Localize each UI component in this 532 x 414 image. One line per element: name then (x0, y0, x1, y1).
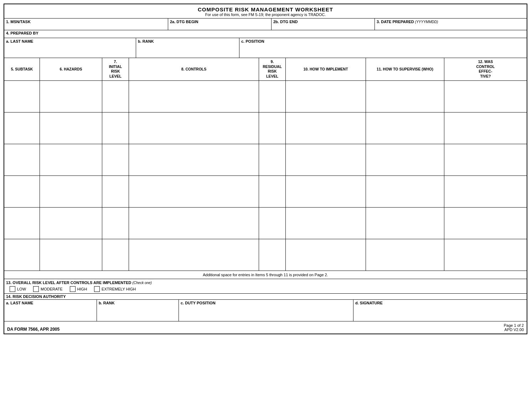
cell-supervise[interactable] (366, 144, 444, 175)
cell-hazards[interactable] (40, 81, 102, 112)
cell-hazards[interactable] (40, 239, 102, 271)
table-row (4, 239, 527, 271)
rda-ln-label: a. LAST NAME (6, 301, 33, 305)
date-hint: (YYYYMMDD) (415, 20, 438, 24)
pos-label: c. POSITION (241, 39, 264, 43)
table-header-row: 5. SUBTASK 6. HAZARDS 7. INITIAL RISK LE… (4, 58, 527, 81)
position-cell: c. POSITION (239, 38, 527, 58)
cell-supervise[interactable] (366, 81, 444, 112)
cell-was[interactable] (444, 176, 527, 207)
risk-level-section: 13. OVERALL RISK LEVEL AFTER CONTROLS AR… (4, 279, 527, 294)
table-row (4, 112, 527, 144)
th-was: 12. WAS CONTROL EFFEC- TIVE? (444, 58, 527, 80)
row-msn: 1. MSN/TASK 2a. DTG BEGIN 2b. DTG END 3.… (4, 19, 527, 30)
cell-residual[interactable] (259, 112, 286, 144)
extremely-high-label: EXTREMELY HIGH (102, 287, 136, 291)
cell-supervise[interactable] (366, 239, 444, 271)
cell-controls[interactable] (129, 112, 259, 144)
rda-fields: a. LAST NAME b. RANK c. DUTY POSITION d.… (4, 300, 527, 321)
th-hazards: 6. HAZARDS (40, 58, 102, 80)
rank-label: b. RANK (138, 39, 154, 43)
cell-initial[interactable] (102, 144, 129, 175)
risk-checkboxes: LOW MODERATE HIGH EXTREMELY HIGH (6, 286, 525, 292)
prepared-by-row: 4. PREPARED BY (4, 30, 527, 38)
cell-was[interactable] (444, 239, 527, 271)
cell-was[interactable] (444, 144, 527, 175)
cell-hazards[interactable] (40, 208, 102, 239)
rda-title: 14. RISK DECISION AUTHORITY (4, 294, 527, 300)
cell-hazards[interactable] (40, 176, 102, 207)
date-label: 3. DATE PREPARED (377, 20, 414, 24)
cell-controls[interactable] (129, 81, 259, 112)
cell-implement[interactable] (286, 81, 366, 112)
cell-residual[interactable] (259, 239, 286, 271)
cell-subtask[interactable] (4, 176, 40, 207)
header: COMPOSITE RISK MANAGEMENT WORKSHEET For … (4, 4, 527, 19)
cell-hazards[interactable] (40, 112, 102, 144)
dtge-label: 2b. DTG END (273, 20, 298, 24)
rda-signature-cell: d. SIGNATURE (353, 300, 527, 321)
cell-initial[interactable] (102, 112, 129, 144)
rda-duty-label: c. DUTY POSITION (181, 301, 216, 305)
cell-controls[interactable] (129, 208, 259, 239)
cell-initial[interactable] (102, 81, 129, 112)
msn-task-cell: 1. MSN/TASK (4, 19, 168, 30)
cell-supervise[interactable] (366, 112, 444, 144)
table-row (4, 144, 527, 176)
th-residual: 9. RESIDUAL RISK LEVEL (259, 58, 286, 80)
th-supervise: 11. HOW TO SUPERVISE (WHO) (366, 58, 444, 80)
cell-implement[interactable] (286, 176, 366, 207)
moderate-label: MODERATE (41, 287, 63, 291)
risk-option-high[interactable]: HIGH (70, 286, 87, 292)
prepared-by-label: 4. PREPARED BY (6, 31, 38, 35)
cell-residual[interactable] (259, 208, 286, 239)
footer: DA FORM 7566, APR 2005 Page 1 of 2 APD V… (4, 321, 527, 334)
cell-residual[interactable] (259, 144, 286, 175)
risk-option-moderate[interactable]: MODERATE (33, 286, 63, 292)
cell-subtask[interactable] (4, 208, 40, 239)
last-name-cell: a. LAST NAME (4, 38, 136, 58)
cell-implement[interactable] (286, 144, 366, 175)
cell-was[interactable] (444, 208, 527, 239)
dtgb-label: 2a. DTG BEGIN (170, 20, 198, 24)
cell-was[interactable] (444, 81, 527, 112)
rda-rank-cell: b. RANK (97, 300, 179, 321)
high-label: HIGH (77, 287, 87, 291)
cell-hazards[interactable] (40, 144, 102, 175)
cell-initial[interactable] (102, 176, 129, 207)
cell-supervise[interactable] (366, 176, 444, 207)
cell-subtask[interactable] (4, 144, 40, 175)
th-implement: 10. HOW TO IMPLEMENT (286, 58, 366, 80)
worksheet-title: COMPOSITE RISK MANAGEMENT WORKSHEET (6, 6, 525, 12)
version: APD V2.00 (504, 327, 524, 332)
checkbox-low[interactable] (10, 286, 15, 292)
table-row (4, 208, 527, 239)
cell-initial[interactable] (102, 208, 129, 239)
cell-subtask[interactable] (4, 112, 40, 144)
page-info: Page 1 of 2 APD V2.00 (504, 323, 524, 332)
cell-subtask[interactable] (4, 81, 40, 112)
cell-subtask[interactable] (4, 239, 40, 271)
low-label: LOW (17, 287, 26, 291)
cell-implement[interactable] (286, 112, 366, 144)
rda-last-name-cell: a. LAST NAME (4, 300, 97, 321)
cell-residual[interactable] (259, 81, 286, 112)
checkbox-high[interactable] (70, 286, 76, 292)
cell-controls[interactable] (129, 144, 259, 175)
checkbox-extremely-high[interactable] (94, 286, 100, 292)
cell-implement[interactable] (286, 208, 366, 239)
date-prepared-cell: 3. DATE PREPARED (YYYYMMDD) (375, 19, 527, 30)
cell-controls[interactable] (129, 239, 259, 271)
cell-was[interactable] (444, 112, 527, 144)
risk-option-extremely-high[interactable]: EXTREMELY HIGH (94, 286, 136, 292)
dtg-end-cell: 2b. DTG END (272, 19, 375, 30)
cell-implement[interactable] (286, 239, 366, 271)
checkbox-moderate[interactable] (33, 286, 39, 292)
table-row (4, 176, 527, 208)
cell-controls[interactable] (129, 176, 259, 207)
th-subtask: 5. SUBTASK (4, 58, 40, 80)
cell-supervise[interactable] (366, 208, 444, 239)
cell-residual[interactable] (259, 176, 286, 207)
cell-initial[interactable] (102, 239, 129, 271)
risk-option-low[interactable]: LOW (10, 286, 26, 292)
